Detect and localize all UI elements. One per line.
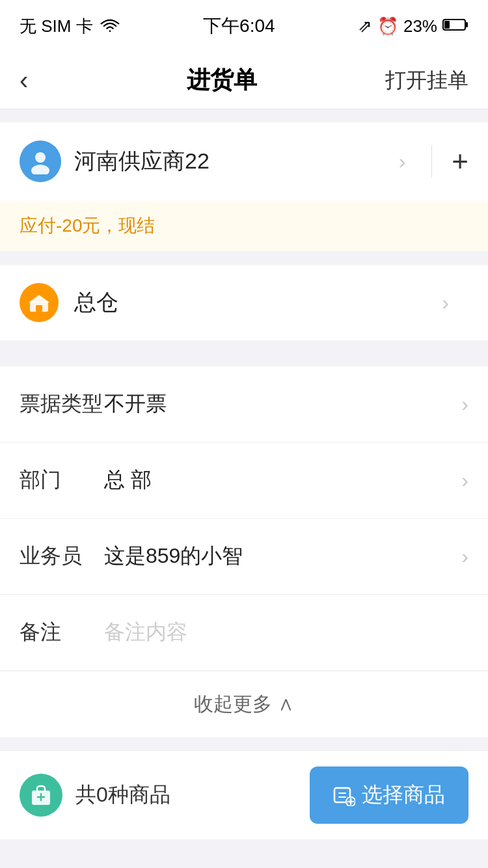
warehouse-divider xyxy=(0,251,488,264)
supplier-section: 河南供应商22 › + 应付-20元，现结 总仓 › xyxy=(0,122,488,340)
back-button[interactable]: ‹ xyxy=(20,66,59,95)
form-section: 票据类型 不开票 › 部门 总 部 › 业务员 这是859的小智 › 备注 备注… xyxy=(0,353,488,737)
notice-text: 应付-20元，现结 xyxy=(20,215,155,236)
warehouse-chevron-icon: › xyxy=(442,291,449,315)
invoice-type-label: 票据类型 xyxy=(20,390,104,418)
product-icon xyxy=(20,774,62,817)
supplier-name: 河南供应商22 xyxy=(74,146,399,176)
select-product-label: 选择商品 xyxy=(362,781,445,809)
department-label: 部门 xyxy=(20,466,104,495)
svg-rect-7 xyxy=(36,305,42,312)
svg-point-3 xyxy=(35,152,46,163)
battery-icon xyxy=(442,16,468,36)
warehouse-name: 总仓 xyxy=(74,288,442,318)
carrier-text: 无 SIM 卡 xyxy=(20,15,93,38)
warehouse-row[interactable]: 总仓 › xyxy=(0,264,488,340)
salesperson-row[interactable]: 业务员 这是859的小智 › xyxy=(0,519,488,595)
bottom-action-bar: 共0种商品 选择商品 xyxy=(0,750,488,839)
add-supplier-button[interactable]: + xyxy=(452,145,468,178)
remark-input[interactable]: 备注内容 xyxy=(104,618,468,647)
department-value: 总 部 xyxy=(104,466,461,495)
select-product-button[interactable]: 选择商品 xyxy=(310,766,468,824)
location-icon: ⇗ xyxy=(358,16,372,36)
page-title: 进货单 xyxy=(187,64,257,96)
invoice-type-chevron-icon: › xyxy=(461,392,468,416)
svg-rect-2 xyxy=(444,21,450,29)
nav-bar: ‹ 进货单 打开挂单 xyxy=(0,52,488,109)
form-top-divider xyxy=(0,353,488,366)
collapse-button[interactable]: 收起更多 ∧ xyxy=(0,671,488,737)
status-bar-time: 下午6:04 xyxy=(203,14,275,38)
invoice-type-row[interactable]: 票据类型 不开票 › xyxy=(0,366,488,442)
notice-banner: 应付-20元，现结 xyxy=(0,200,488,251)
remark-row[interactable]: 备注 备注内容 xyxy=(0,595,488,671)
battery-text: 23% xyxy=(403,16,437,36)
svg-rect-1 xyxy=(466,22,468,27)
department-chevron-icon: › xyxy=(461,468,468,493)
supplier-divider xyxy=(431,145,432,178)
open-pending-button[interactable]: 打开挂单 xyxy=(385,66,468,95)
alarm-icon: ⏰ xyxy=(377,16,398,36)
salesperson-value: 这是859的小智 xyxy=(104,542,461,571)
supplier-row[interactable]: 河南供应商22 › + xyxy=(0,122,488,200)
salesperson-chevron-icon: › xyxy=(461,545,468,569)
invoice-type-value: 不开票 xyxy=(104,390,461,418)
product-count-text: 共0种商品 xyxy=(75,781,310,809)
status-bar-left: 无 SIM 卡 xyxy=(20,15,120,38)
svg-marker-6 xyxy=(29,295,49,303)
collapse-text: 收起更多 ∧ xyxy=(194,693,293,714)
status-bar: 无 SIM 卡 下午6:04 ⇗ ⏰ 23% xyxy=(0,0,488,52)
remark-label: 备注 xyxy=(20,618,104,647)
wifi-icon xyxy=(100,19,120,33)
warehouse-icon xyxy=(20,283,59,322)
department-row[interactable]: 部门 总 部 › xyxy=(0,442,488,519)
supplier-avatar xyxy=(20,141,61,182)
top-divider xyxy=(0,109,488,122)
supplier-chevron-icon: › xyxy=(399,150,406,174)
svg-point-4 xyxy=(31,165,49,174)
salesperson-label: 业务员 xyxy=(20,542,104,571)
select-product-icon xyxy=(333,784,355,806)
status-bar-right: ⇗ ⏰ 23% xyxy=(358,16,468,36)
page-rest xyxy=(0,839,488,868)
